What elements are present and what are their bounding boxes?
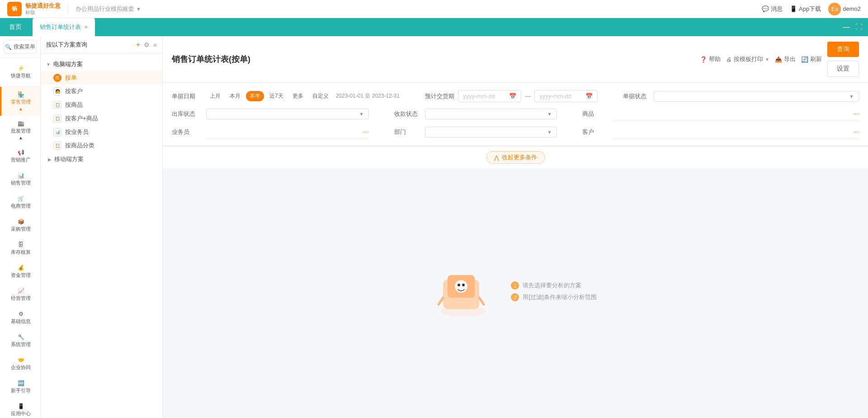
refresh-btn[interactable]: 🔄 刷新 bbox=[801, 55, 822, 63]
help-label: 帮助 bbox=[709, 55, 721, 63]
expected-date-to[interactable]: yyyy-mm-dd 📅 bbox=[534, 90, 598, 102]
status-group: 单据状态 ▼ bbox=[623, 91, 859, 102]
tree-item-by-order[interactable]: 按 按单 bbox=[41, 71, 162, 85]
sidebar-item-finance[interactable]: 💰 资金管理 bbox=[0, 260, 40, 283]
help-icon: ❓ bbox=[700, 56, 707, 63]
sidebar-item-newuser[interactable]: 🆕 新手引导 bbox=[0, 375, 40, 399]
date-tab-this-month[interactable]: 本月 bbox=[226, 91, 244, 101]
workspace-name: 办公用品行业模拟账套 bbox=[75, 5, 134, 13]
calendar-from-icon: 📅 bbox=[509, 93, 516, 100]
scheme-tree: ▼ 电脑端方案 按 按单 🧑 按客户 📋 按商品 📋 bbox=[41, 54, 162, 170]
expected-date-group: 预计交货期 yyyy-mm-dd 📅 — yyyy-mm-dd 📅 bbox=[425, 90, 598, 102]
query-button[interactable]: 查询 bbox=[827, 42, 859, 57]
salesperson-ellipsis[interactable]: ··· bbox=[363, 128, 369, 136]
hint2-text: 用[过滤]条件来缩小分析范围 bbox=[523, 293, 596, 301]
expected-date-from[interactable]: yyyy-mm-dd 📅 bbox=[458, 90, 521, 102]
customer-input[interactable]: ··· bbox=[613, 126, 859, 138]
date-tab-custom[interactable]: 自定义 bbox=[309, 91, 332, 101]
tree-item-by-salesperson[interactable]: 📊 按业务员 bbox=[41, 125, 162, 139]
filter-area: 单据日期 上月 本月 本年 近7天 更多 自定义 2023-01-01 至 20… bbox=[163, 83, 868, 146]
goods-group: 商品 ··· bbox=[582, 108, 859, 120]
operation-icon: 📈 bbox=[18, 288, 24, 294]
date-tab-7days[interactable]: 近7天 bbox=[266, 91, 287, 101]
tab-close-icon[interactable]: × bbox=[85, 24, 88, 30]
download-icon: 📱 bbox=[790, 5, 797, 12]
tab-home[interactable]: 首页 bbox=[0, 18, 31, 36]
add-scheme-btn[interactable]: + bbox=[136, 41, 140, 49]
hint1-num: 1 bbox=[511, 281, 519, 290]
date-range-text: 2023-01-01 至 2023-12-31 bbox=[336, 92, 400, 100]
filter-row-1: 单据日期 上月 本月 本年 近7天 更多 自定义 2023-01-01 至 20… bbox=[172, 90, 859, 102]
print-btn[interactable]: 🖨 按模板打印 ▼ bbox=[726, 55, 769, 63]
date-tab-more[interactable]: 更多 bbox=[289, 91, 307, 101]
sidebar-menu: 🏪 零售管理 ▲ 🏬 批发管理 ▲ 📢 营销推广 📊 销售管理 🛒 电商管理 bbox=[0, 87, 40, 418]
app-download-btn[interactable]: 📱 App下载 bbox=[790, 5, 821, 13]
tree-group-mobile[interactable]: ▶ 移动端方案 bbox=[41, 152, 162, 166]
workspace-selector[interactable]: 办公用品行业模拟账套 ▼ bbox=[75, 5, 141, 13]
hint2-num: 2 bbox=[511, 293, 519, 301]
sidebar-item-system[interactable]: 🔧 系统管理 bbox=[0, 329, 40, 352]
shipment-select[interactable]: ▼ bbox=[206, 109, 369, 119]
apps-icon: 📱 bbox=[18, 403, 24, 409]
goods-input[interactable]: ··· bbox=[613, 108, 859, 120]
message-icon: 💬 bbox=[762, 5, 769, 12]
collapse-filters-btn[interactable]: ⋀ 收起更多条件 bbox=[486, 151, 545, 164]
sidebar-item-retail[interactable]: 🏪 零售管理 ▲ bbox=[0, 87, 40, 116]
print-label: 按模板打印 bbox=[734, 55, 763, 63]
page-actions: ❓ 帮助 🖨 按模板打印 ▼ 📤 导出 🔄 刷新 bbox=[700, 42, 859, 77]
retail-icon: 🏪 bbox=[18, 91, 24, 98]
page-header: 销售订单统计表(按单) ❓ 帮助 🖨 按模板打印 ▼ 📤 导出 bbox=[163, 36, 868, 83]
sidebar-item-basic[interactable]: ⚙ 基础信息 bbox=[0, 306, 40, 329]
settings-scheme-btn[interactable]: ⚙ bbox=[144, 41, 150, 48]
tree-item-by-customer-goods[interactable]: 📋 按客户+商品 bbox=[41, 112, 162, 125]
by-sp-icon: 📊 bbox=[53, 128, 61, 136]
svg-point-4 bbox=[458, 284, 460, 286]
collapse-panel-btn[interactable]: « bbox=[153, 41, 157, 48]
shipment-chevron: ▼ bbox=[359, 111, 364, 117]
quick-nav: ⚡ 快捷导航 bbox=[0, 58, 40, 87]
sidebar-item-quicknav[interactable]: ⚡ 快捷导航 bbox=[0, 61, 40, 84]
payment-select[interactable]: ▼ bbox=[425, 109, 557, 119]
tree-item-by-goods[interactable]: 📋 按商品 bbox=[41, 98, 162, 112]
export-btn[interactable]: 📤 导出 bbox=[775, 55, 796, 63]
avatar: Ea bbox=[828, 3, 841, 15]
date-label: 单据日期 bbox=[172, 92, 199, 100]
ecommerce-icon: 🛒 bbox=[18, 195, 24, 202]
sidebar-item-ecommerce[interactable]: 🛒 电商管理 bbox=[0, 191, 40, 214]
settings-button[interactable]: 设置 bbox=[827, 61, 859, 77]
search-menu-btn[interactable]: 🔍 帮助 搜索菜单 bbox=[4, 40, 37, 54]
app-download-label: App下载 bbox=[799, 5, 821, 13]
sidebar-item-inventory[interactable]: 🗄 库存核算 bbox=[0, 237, 40, 260]
maximize-icon[interactable]: ⛶ bbox=[855, 23, 863, 31]
message-btn[interactable]: 💬 消息 bbox=[762, 5, 783, 13]
empty-content: 1 请先选择要分析的方案 2 用[过滤]条件来缩小分析范围 bbox=[434, 266, 596, 320]
sidebar-item-purchase[interactable]: 📦 采购管理 bbox=[0, 214, 40, 237]
sidebar-item-operation[interactable]: 📈 经营管理 bbox=[0, 283, 40, 306]
filter-row-3: 业务员 ··· 部门 ▼ 客户 bbox=[172, 126, 859, 138]
date-dash: — bbox=[525, 93, 531, 100]
payment-chevron: ▼ bbox=[547, 111, 552, 117]
sidebar-item-marketing[interactable]: 📢 营销推广 bbox=[0, 145, 40, 168]
date-tab-last-month[interactable]: 上月 bbox=[206, 91, 224, 101]
sidebar-item-apps[interactable]: 📱 应用中心 bbox=[0, 399, 40, 418]
tree-item-by-customer[interactable]: 🧑 按客户 bbox=[41, 85, 162, 98]
dept-select[interactable]: ▼ bbox=[425, 127, 557, 138]
goods-ellipsis[interactable]: ··· bbox=[853, 110, 859, 118]
date-tab-this-year[interactable]: 本年 bbox=[246, 91, 264, 101]
tree-group-pc[interactable]: ▼ 电脑端方案 bbox=[41, 57, 162, 71]
tab-sales-order[interactable]: 销售订单统计表 × bbox=[33, 18, 95, 36]
salesperson-input[interactable]: ··· bbox=[206, 126, 369, 138]
app-name-group: 畅捷通好生意 标版 bbox=[25, 2, 61, 15]
empty-state: 1 请先选择要分析的方案 2 用[过滤]条件来缩小分析范围 bbox=[163, 168, 868, 418]
tree-item-by-category[interactable]: 📋 按商品分类 bbox=[41, 139, 162, 152]
status-select[interactable]: ▼ bbox=[654, 91, 859, 102]
sidebar-item-wholesale[interactable]: 🏬 批发管理 ▲ bbox=[0, 116, 40, 145]
user-menu[interactable]: Ea demo2 bbox=[828, 3, 861, 15]
help-btn[interactable]: ❓ 帮助 bbox=[700, 55, 721, 63]
customer-ellipsis[interactable]: ··· bbox=[853, 128, 859, 136]
sidebar-item-enterprise[interactable]: 🤝 企业协同 bbox=[0, 352, 40, 375]
newuser-icon: 🆕 bbox=[18, 380, 24, 386]
minimize-icon[interactable]: — bbox=[843, 23, 850, 31]
app-name: 畅捷通好生意 bbox=[25, 2, 61, 10]
sidebar-item-sales[interactable]: 📊 销售管理 bbox=[0, 168, 40, 191]
